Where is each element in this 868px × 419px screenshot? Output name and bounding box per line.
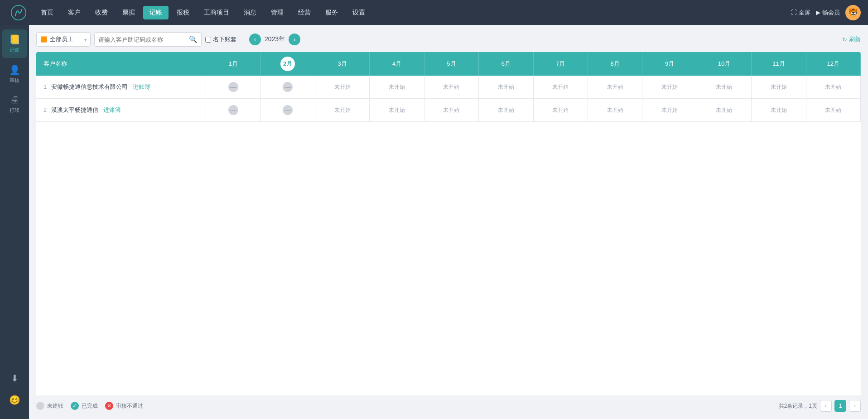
account-checkbox[interactable]	[205, 37, 211, 43]
page-1-button[interactable]: 1	[834, 400, 846, 412]
prev-year-button[interactable]: ‹	[249, 34, 261, 45]
search-box: 🔍	[94, 32, 202, 47]
nav-clients[interactable]: 客户	[62, 6, 87, 19]
enter-ledger-link[interactable]: 进账簿	[133, 83, 150, 90]
month-cell: 未开始	[315, 99, 369, 122]
not-started-text: 未开始	[771, 84, 787, 90]
nav-settings[interactable]: 设置	[346, 6, 371, 19]
status-dot-icon: —	[283, 105, 293, 115]
sidebar-item-print[interactable]: 🖨 打印	[2, 90, 27, 118]
search-input[interactable]	[95, 34, 185, 45]
month-cell: 未开始	[588, 76, 642, 99]
legend-gray-dot: —	[36, 402, 44, 410]
status-dot-icon: —	[228, 105, 238, 115]
download-icon: ⬇	[11, 373, 19, 384]
sidebar-label-audit: 审核	[10, 77, 19, 84]
data-table-container: 客户名称 1月 2月 3月 4月 5月 6月 7月 8月 9月 10月 11月	[36, 52, 861, 395]
nav-fees[interactable]: 收费	[89, 6, 114, 19]
nav-service[interactable]: 服务	[319, 6, 344, 19]
col-header-feb: 2月	[260, 52, 315, 76]
not-started-text: 未开始	[825, 84, 841, 90]
client-number: 1	[43, 83, 47, 90]
not-started-text: 未开始	[607, 84, 623, 90]
table-header-row: 客户名称 1月 2月 3月 4月 5月 6月 7月 8月 9月 10月 11月	[36, 52, 861, 76]
not-started-text: 未开始	[552, 107, 569, 113]
employee-filter[interactable]: 🟧 全部员工 ▾	[36, 32, 91, 47]
nav-manage[interactable]: 管理	[265, 6, 290, 19]
status-dot-icon: —	[228, 82, 238, 92]
fullscreen-button[interactable]: ⛶ 全屏	[791, 9, 810, 17]
content-area: 🟧 全部员工 ▾ 🔍 名下账套 ‹ 2023年 › ↻ 刷新	[29, 25, 868, 419]
month-cell: 未开始	[642, 99, 697, 122]
sidebar-item-user-profile[interactable]: 😊	[2, 390, 27, 410]
nav-tax[interactable]: 报税	[170, 6, 196, 19]
nav-home[interactable]: 首页	[34, 6, 60, 19]
sidebar-item-audit[interactable]: 👤 审核	[2, 60, 27, 88]
not-started-text: 未开始	[661, 84, 678, 90]
not-started-text: 未开始	[607, 107, 623, 113]
col-header-jun: 6月	[479, 52, 533, 76]
col-header-jul: 7月	[533, 52, 588, 76]
enter-ledger-link[interactable]: 进账簿	[103, 106, 121, 113]
client-name-cell: 1 安徽畅捷通信息技术有限公司 进账簿	[36, 76, 206, 99]
col-header-jan: 1月	[206, 52, 260, 76]
main-layout: 📒 记账 👤 审核 🖨 打印 ⬇ 😊 🟧 全部员工 ▾	[0, 25, 868, 419]
month-cell: —	[260, 99, 315, 122]
client-name: 安徽畅捷通信息技术有限公司	[51, 83, 128, 90]
legend-red-dot: ✕	[105, 402, 113, 410]
col-header-name: 客户名称	[36, 52, 206, 76]
nav-invoices[interactable]: 票据	[116, 6, 141, 19]
prev-page-button[interactable]: ‹	[820, 400, 832, 412]
active-month-circle: 2月	[280, 57, 295, 71]
nav-business[interactable]: 工商项目	[198, 6, 236, 19]
month-cell: 未开始	[806, 76, 860, 99]
search-button[interactable]: 🔍	[185, 34, 201, 45]
client-name-cell: 2 漠澳太平畅捷通信 进账簿	[36, 99, 206, 122]
total-records-label: 共2条记录，1页	[779, 402, 817, 410]
nav-bookkeeping[interactable]: 记账	[143, 6, 169, 19]
col-header-mar: 3月	[315, 52, 369, 76]
month-cell: 未开始	[370, 99, 424, 122]
not-started-text: 未开始	[498, 84, 514, 90]
nav-operations[interactable]: 经营	[292, 6, 317, 19]
legend-teal-dot: ✓	[71, 402, 79, 410]
not-started-text: 未开始	[443, 107, 459, 113]
checkbox-text: 名下账套	[213, 35, 236, 43]
month-cell: 未开始	[533, 76, 588, 99]
month-cell: 未开始	[697, 76, 751, 99]
month-cell: —	[206, 76, 260, 99]
sidebar-bottom: ⬇ 😊	[2, 368, 27, 414]
sidebar-item-bookkeeping[interactable]: 📒 记账	[2, 29, 27, 58]
filter-label: 全部员工	[50, 35, 82, 43]
refresh-button[interactable]: ↻ 刷新	[842, 35, 861, 43]
year-label: 2023年	[265, 35, 285, 43]
nav-messages[interactable]: 消息	[237, 6, 263, 19]
not-started-text: 未开始	[334, 107, 351, 113]
legend-not-created: — 未建账	[36, 402, 63, 410]
status-dot-icon: —	[283, 82, 293, 92]
month-cell: 未开始	[642, 76, 697, 99]
next-page-button[interactable]: ›	[849, 400, 861, 412]
account-checkbox-label[interactable]: 名下账套	[205, 35, 236, 43]
month-cell: 未开始	[752, 99, 806, 122]
not-started-text: 未开始	[389, 107, 405, 113]
month-cell: 未开始	[315, 76, 369, 99]
next-year-button[interactable]: ›	[289, 34, 300, 45]
member-icon: ▶	[816, 9, 820, 16]
refresh-label: 刷新	[849, 35, 861, 43]
month-cell: 未开始	[533, 99, 588, 122]
bookkeeping-icon: 📒	[9, 34, 20, 45]
sidebar-item-download[interactable]: ⬇	[2, 368, 27, 388]
col-header-aug: 8月	[588, 52, 642, 76]
legend-completed: ✓ 已完成	[71, 402, 98, 410]
top-nav-right: ⛶ 全屏 ▶ 畅会员 🐯	[791, 5, 861, 20]
col-header-nov: 11月	[752, 52, 806, 76]
not-started-text: 未开始	[716, 84, 732, 90]
month-cell: —	[206, 99, 260, 122]
month-cell: 未开始	[424, 99, 478, 122]
avatar[interactable]: 🐯	[845, 5, 861, 20]
col-header-dec: 12月	[806, 52, 860, 76]
filter-icon: 🟧	[40, 36, 47, 43]
member-button[interactable]: ▶ 畅会员	[816, 9, 840, 17]
legend-rejected-label: 审核不通过	[116, 402, 143, 410]
